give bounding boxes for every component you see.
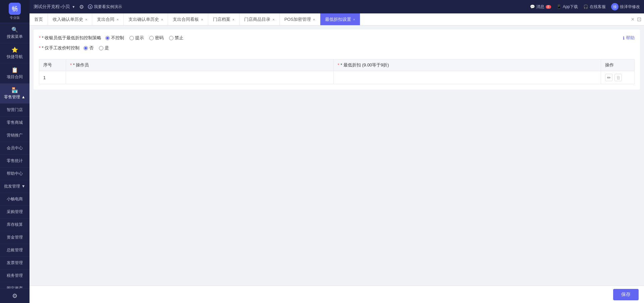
tab-store-archive[interactable]: 门店档案 × — [208, 13, 239, 25]
message-icon: 💬 — [530, 4, 535, 9]
sidebar-item-ledger[interactable]: 总账管理 — [0, 244, 30, 257]
tabbar-close-btn[interactable]: × — [631, 16, 634, 22]
row-edit-btn[interactable]: ✏ — [605, 74, 612, 81]
sidebar-item-member[interactable]: 会员中心 — [0, 142, 30, 155]
page-card: * 收银员低于最低折扣控制策略 不控制 提示 密码 — [34, 30, 640, 90]
tab-store-catalog-close[interactable]: × — [272, 17, 274, 21]
sidebar-item-retailstat-label: 零售统计 — [7, 158, 23, 164]
tab-store-catalog[interactable]: 门店商品目录 × — [239, 13, 279, 25]
sidebar-item-purchase[interactable]: 采购管理 — [0, 206, 30, 218]
radio-yes-label: 是 — [105, 45, 109, 51]
tab-expense-board[interactable]: 支出合同看板 × — [168, 13, 208, 25]
radio-no-control-input[interactable] — [105, 36, 110, 40]
main-area: 测试分开克程-小贝 ▼ ⚙ ● 我要看实例演示 💬 消息 8 📱 App下载 🎧… — [30, 0, 644, 303]
sidebar-item-finance[interactable]: 资金管理 — [0, 231, 30, 244]
app-logo-icon: 畅 — [9, 3, 21, 15]
sidebar-item-quicknav[interactable]: ⭐ 快捷导航 — [0, 43, 30, 63]
topbar-appdownload-btn[interactable]: 📱 App下载 — [556, 4, 578, 10]
save-button[interactable]: 保存 — [613, 289, 639, 300]
topbar-project-selector[interactable]: 测试分开克程-小贝 ▼ — [34, 4, 75, 10]
sidebar-menu: 🔍 搜索菜单 ⭐ 快捷导航 📋 项目合同 🏪 零售管理 ▲ 智营门店 零售商城 … — [0, 23, 30, 289]
topbar-service-btn[interactable]: 🎧 在线客服 — [583, 4, 606, 10]
sidebar-item-retailmall[interactable]: 零售商城 — [0, 116, 30, 129]
sidebar-item-contract-label: 项目合同 — [7, 74, 23, 80]
sidebar-item-wholesale[interactable]: 批发管理 ▼ — [0, 180, 30, 193]
topbar-appdownload-label: App下载 — [563, 4, 578, 10]
sidebar-item-retail[interactable]: 🏪 零售管理 ▲ — [0, 84, 30, 104]
help-label: 帮助 — [626, 35, 635, 41]
tab-pos-encrypt[interactable]: POS加密管理 × — [280, 13, 320, 25]
tab-pos-encrypt-close[interactable]: × — [313, 17, 315, 21]
row-delete-btn[interactable]: 🗑 — [614, 74, 622, 81]
manual-control-label: * 仅手工改价时控制 — [39, 45, 79, 51]
radio-ban-input[interactable] — [169, 36, 173, 40]
sidebar: 畅 专业版 🔍 搜索菜单 ⭐ 快捷导航 📋 项目合同 🏪 零售管理 ▲ 智营门店… — [0, 0, 30, 303]
cell-discount[interactable] — [333, 71, 601, 84]
tab-expense-board-label: 支出合同看板 — [173, 16, 199, 22]
tab-min-discount[interactable]: 最低折扣设置 × — [320, 13, 360, 25]
tab-expense-contract-close[interactable]: × — [116, 17, 118, 21]
cell-index: 1 — [39, 71, 66, 84]
topbar-demo-label: 我要看实例演示 — [94, 4, 122, 10]
cell-actions: ✏ 🗑 — [601, 71, 635, 84]
sidebar-item-tax[interactable]: 税务管理 — [0, 269, 30, 282]
topbar-demo-btn[interactable]: ● 我要看实例演示 — [88, 4, 122, 10]
sidebar-item-inventory[interactable]: 库存核算 — [0, 218, 30, 231]
tab-store-archive-label: 门店档案 — [213, 16, 230, 22]
tab-home[interactable]: 首页 — [30, 13, 48, 25]
tab-min-discount-close[interactable]: × — [353, 17, 355, 21]
help-link[interactable]: ℹ 帮助 — [623, 35, 635, 41]
sidebar-item-marketing[interactable]: 营销推广 — [0, 129, 30, 142]
sidebar-item-ledger-label: 总账管理 — [7, 247, 23, 253]
discount-input[interactable] — [338, 75, 597, 80]
sidebar-item-retailstat[interactable]: 零售统计 — [0, 155, 30, 167]
radio-hint-label: 提示 — [135, 35, 144, 41]
sidebar-item-smartstore[interactable]: 智营门店 — [0, 104, 30, 116]
tab-expense-history-close[interactable]: × — [161, 17, 163, 21]
sidebar-item-help[interactable]: 帮助中心 — [0, 167, 30, 180]
tab-expense-history[interactable]: 支出确认单历史 × — [124, 13, 168, 25]
topbar-message-btn[interactable]: 💬 消息 8 — [530, 4, 551, 10]
sidebar-item-contract[interactable]: 📋 项目合同 — [0, 63, 30, 84]
retail-icon: 🏪 — [11, 87, 18, 93]
tab-store-catalog-label: 门店商品目录 — [244, 16, 270, 22]
radio-no-input[interactable] — [84, 46, 88, 50]
manual-control-row: * 仅手工改价时控制 否 是 — [39, 45, 635, 51]
sidebar-item-invoice[interactable]: 发票管理 — [0, 257, 30, 269]
sidebar-item-finance-label: 资金管理 — [7, 235, 23, 240]
radio-no-control-label: 不控制 — [111, 35, 124, 41]
topbar-message-label: 消息 — [536, 4, 544, 10]
radio-password[interactable]: 密码 — [149, 35, 164, 41]
user-avatar-icon: 徐 — [611, 3, 619, 10]
radio-yes[interactable]: 是 — [99, 45, 109, 51]
radio-no[interactable]: 否 — [84, 45, 94, 51]
radio-no-control[interactable]: 不控制 — [105, 35, 124, 41]
operator-input[interactable] — [70, 75, 329, 80]
tab-expense-board-close[interactable]: × — [201, 17, 203, 21]
content-area: * 收银员低于最低折扣控制策略 不控制 提示 密码 — [30, 26, 644, 286]
radio-hint[interactable]: 提示 — [129, 35, 144, 41]
settings-icon[interactable]: ⚙ — [12, 292, 17, 300]
sidebar-item-search[interactable]: 🔍 搜索菜单 — [0, 23, 30, 43]
tab-income-history-close[interactable]: × — [85, 17, 87, 21]
sidebar-item-assets[interactable]: 固定资产 — [0, 282, 30, 289]
topbar-settings-btn[interactable]: ⚙ — [79, 4, 84, 10]
sidebar-item-retailmall-label: 零售商城 — [7, 120, 23, 125]
radio-ban[interactable]: 禁止 — [169, 35, 183, 41]
tab-expense-contract[interactable]: 支出合同 × — [92, 13, 123, 25]
sidebar-item-invoice-label: 发票管理 — [7, 260, 23, 266]
row-actions: ✏ 🗑 — [605, 74, 630, 81]
radio-password-input[interactable] — [149, 36, 154, 40]
tab-store-archive-close[interactable]: × — [232, 17, 234, 21]
topbar-user-btn[interactable]: 徐 徐泽华修改 — [611, 3, 640, 10]
sidebar-item-ecommerce[interactable]: 小畅电商 — [0, 193, 30, 206]
tab-income-history[interactable]: 收入确认单历史 × — [48, 13, 92, 25]
cell-operator[interactable] — [66, 71, 334, 84]
cashier-control-row: * 收银员低于最低折扣控制策略 不控制 提示 密码 — [39, 35, 635, 41]
sidebar-item-member-label: 会员中心 — [7, 145, 23, 151]
app-edition-label: 专业版 — [10, 15, 20, 20]
tabbar-expand-btn[interactable]: ⊡ — [637, 16, 641, 22]
tab-expense-history-label: 支出确认单历史 — [128, 16, 159, 22]
radio-yes-input[interactable] — [99, 46, 103, 50]
radio-hint-input[interactable] — [129, 36, 134, 40]
